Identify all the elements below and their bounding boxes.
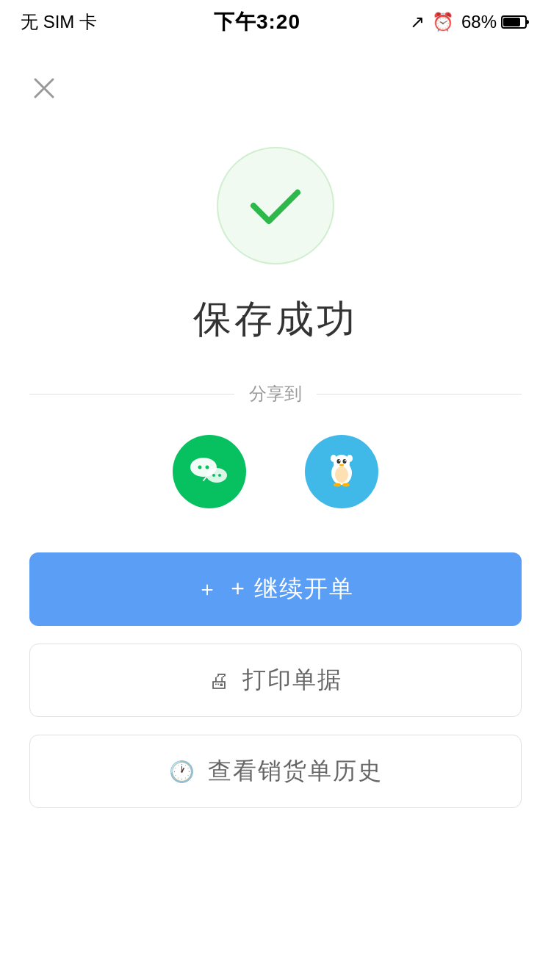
alarm-icon: ⏰ [432,12,454,32]
svg-point-14 [339,460,340,461]
battery-icon [501,15,530,29]
status-bar: 无 SIM 卡 下午3:20 ↗ ⏰ 68% [0,0,551,44]
status-left: 无 SIM 卡 [21,10,104,34]
qq-icon [320,450,364,494]
battery-block: 68% [461,12,530,32]
success-circle [217,147,334,264]
printer-icon: 🖨 [209,669,231,693]
sim-status: 无 SIM 卡 [21,10,97,34]
checkmark-icon [242,173,309,239]
history-label: 查看销货单历史 [208,755,383,788]
status-right: ↗ ⏰ 68% [410,12,530,32]
share-label: 分享到 [249,382,302,406]
close-icon [31,75,57,101]
svg-point-8 [212,474,215,477]
svg-point-6 [206,466,209,469]
svg-point-12 [337,459,341,464]
time-display: 下午3:20 [214,8,300,36]
qq-share-button[interactable] [305,435,378,508]
svg-point-7 [206,468,227,483]
wechat-share-button[interactable] [173,435,246,508]
svg-point-21 [347,455,353,462]
continue-order-label: + 继续开单 [231,573,354,605]
svg-point-13 [343,459,347,464]
svg-point-17 [335,466,348,483]
action-buttons: ＋ + 继续开单 🖨 打印单据 🕐 查看销货单历史 [29,552,522,808]
share-divider: 分享到 [29,382,522,406]
history-button[interactable]: 🕐 查看销货单历史 [29,735,522,808]
main-content: 保存成功 分享到 [0,110,551,980]
svg-point-15 [345,460,346,461]
location-icon: ↗ [410,12,425,32]
print-label: 打印单据 [242,664,342,696]
success-title: 保存成功 [193,294,358,345]
wechat-icon [187,450,231,494]
clock-icon: 🕐 [169,760,196,784]
share-icons [29,435,522,508]
svg-point-5 [198,466,202,469]
plus-icon: ＋ [197,575,219,603]
battery-percent: 68% [461,12,497,32]
close-button[interactable] [22,66,66,110]
svg-point-9 [218,474,221,477]
svg-point-16 [339,464,344,466]
svg-point-18 [334,483,341,487]
svg-point-20 [331,455,336,462]
svg-rect-1 [503,18,520,26]
print-button[interactable]: 🖨 打印单据 [29,644,522,717]
svg-point-19 [342,483,350,487]
share-section: 分享到 [29,382,522,508]
continue-order-button[interactable]: ＋ + 继续开单 [29,552,522,626]
